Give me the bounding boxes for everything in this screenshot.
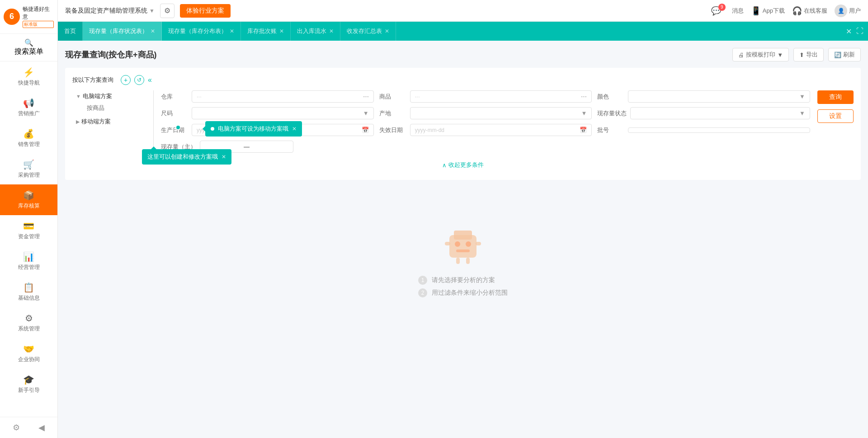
filter-body: ▼ 电脑端方案 按商品 ▶ 移动端方案 bbox=[72, 90, 854, 157]
industry-plan-button[interactable]: 体验行业方案 bbox=[180, 4, 231, 18]
basic-label: 基础信息 bbox=[18, 294, 40, 302]
product-label: 商品 bbox=[379, 93, 406, 101]
svg-point-2 bbox=[455, 241, 460, 247]
tab-inventory-dist-close[interactable]: ✕ bbox=[230, 28, 234, 34]
empty-state-icon bbox=[440, 221, 486, 267]
settings-button[interactable]: ⚙ bbox=[160, 4, 175, 18]
refresh-icon: 🔄 bbox=[834, 52, 841, 58]
search-menu[interactable]: 🔍 搜索菜单 bbox=[0, 34, 57, 61]
tab-collect-summary[interactable]: 收发存汇总表 ✕ bbox=[340, 22, 396, 41]
filter-row-2: 尺码 ▼ 产地 ▼ 现存量状态 bbox=[161, 107, 810, 119]
filter-header: 按以下方案查询 + ↺ « bbox=[72, 75, 854, 85]
svg-rect-6 bbox=[476, 242, 481, 245]
scheme-tree: ▼ 电脑端方案 按商品 ▶ 移动端方案 bbox=[72, 90, 154, 157]
online-service-label: 在线客服 bbox=[804, 7, 827, 15]
sidebar-item-operations[interactable]: 📊 经营管理 bbox=[0, 246, 57, 277]
refresh-button[interactable]: 🔄 刷新 bbox=[828, 48, 861, 61]
filter-batch-no: 批号 bbox=[597, 124, 810, 136]
cooperation-label: 企业协同 bbox=[18, 356, 40, 363]
system-title: 装备及固定资产辅助管理系统 bbox=[65, 7, 147, 15]
tooltip-pc-close[interactable]: ✕ bbox=[292, 126, 297, 132]
tab-inventory-status-close[interactable]: ✕ bbox=[151, 28, 155, 34]
expiry-date-input[interactable]: yyyy-mm-dd 📅 bbox=[410, 124, 592, 136]
sidebar-item-marketing[interactable]: 📢 营销推广 bbox=[0, 92, 57, 123]
sidebar-item-sales[interactable]: 💰 销售管理 bbox=[0, 123, 57, 154]
scheme-mobile[interactable]: ▶ 移动端方案 bbox=[72, 116, 148, 127]
sidebar-logo: 6 畅捷通好生意 标准版 bbox=[0, 0, 57, 34]
filter-size: 尺码 ▼ bbox=[161, 107, 374, 119]
product-select[interactable]: ··· ⋯ bbox=[410, 90, 592, 103]
sidebar-item-basic[interactable]: 📋 基础信息 bbox=[0, 277, 57, 307]
close-all-tabs-icon[interactable]: ✕ bbox=[846, 27, 852, 36]
origin-select[interactable]: ▼ bbox=[410, 107, 592, 119]
product-placeholder: ··· bbox=[415, 93, 420, 100]
arrow-left-button[interactable]: « bbox=[148, 76, 152, 84]
add-scheme-button[interactable]: + bbox=[121, 75, 131, 85]
scheme-pc-product[interactable]: 按商品 bbox=[72, 102, 148, 114]
user-label: 用户 bbox=[849, 7, 861, 15]
tab-collect-summary-close[interactable]: ✕ bbox=[385, 28, 389, 34]
svg-rect-5 bbox=[445, 242, 450, 245]
guide-label: 新手引导 bbox=[18, 386, 40, 394]
logo-icon: 6 bbox=[4, 9, 20, 25]
tooltip-edit-close[interactable]: ✕ bbox=[222, 154, 226, 160]
collapse-up-icon: ∧ bbox=[442, 162, 447, 169]
system-title-select[interactable]: 装备及固定资产辅助管理系统 ▼ bbox=[65, 7, 155, 15]
inventory-main-max[interactable] bbox=[252, 143, 288, 150]
quick-nav-label: 快捷导航 bbox=[18, 79, 40, 87]
message-label: 消息 bbox=[732, 7, 744, 15]
finance-label: 资金管理 bbox=[18, 233, 40, 240]
sidebar-item-system[interactable]: ⚙ 系统管理 bbox=[0, 307, 57, 338]
batch-no-label: 批号 bbox=[597, 126, 624, 134]
message-badge: 9 bbox=[718, 4, 726, 11]
warehouse-select[interactable]: ··· ⋯ bbox=[192, 90, 374, 103]
search-button[interactable]: 查询 bbox=[817, 90, 854, 104]
expiry-date-label: 失效日期 bbox=[379, 126, 406, 134]
reset-button[interactable]: 设置 bbox=[817, 109, 854, 123]
export-button[interactable]: ⬆ 导出 bbox=[793, 48, 824, 61]
sidebar-item-guide[interactable]: 🎓 新手引导 bbox=[0, 369, 57, 400]
settings-bottom-icon[interactable]: ⚙ bbox=[13, 423, 20, 433]
tab-inventory-status[interactable]: 现存量（库存状况表） ✕ bbox=[83, 22, 162, 41]
tooltip-pc-scheme: 电脑方案可设为移动方案哦 ✕ bbox=[205, 121, 302, 137]
connector-dot bbox=[175, 125, 181, 130]
scheme-pc[interactable]: ▼ 电脑端方案 bbox=[72, 90, 148, 102]
app-download-icon: 📱 bbox=[751, 6, 761, 16]
tab-in-out-flow[interactable]: 出入库流水 ✕ bbox=[291, 22, 340, 41]
print-button[interactable]: 🖨 按模板打印 ▼ bbox=[732, 48, 789, 61]
tab-collect-summary-label: 收发存汇总表 bbox=[347, 27, 382, 35]
sidebar-item-purchase[interactable]: 🛒 采购管理 bbox=[0, 154, 57, 184]
tab-home[interactable]: 首页 bbox=[58, 22, 83, 41]
refresh-scheme-button[interactable]: ↺ bbox=[134, 75, 144, 85]
print-dropdown-icon: ▼ bbox=[777, 52, 783, 58]
tab-in-out-flow-close[interactable]: ✕ bbox=[329, 28, 334, 34]
fullscreen-icon[interactable]: ⛶ bbox=[856, 27, 863, 35]
user-menu[interactable]: 👤 用户 bbox=[835, 5, 861, 17]
sidebar-nav: ⚡ 快捷导航 📢 营销推广 💰 销售管理 🛒 采购管理 📦 库存核算 💳 资金管… bbox=[0, 61, 57, 417]
refresh-label: 刷新 bbox=[843, 51, 855, 59]
production-date-label: 生产日期 bbox=[161, 126, 188, 134]
app-download-button[interactable]: 📱 App下载 bbox=[751, 6, 785, 16]
collapse-sidebar-icon[interactable]: ◀ bbox=[38, 423, 45, 433]
online-service-button[interactable]: 🎧 在线客服 bbox=[792, 6, 827, 16]
inventory-status-select[interactable]: ▼ bbox=[630, 107, 810, 119]
message-button[interactable]: 💬 9 消息 bbox=[711, 6, 744, 16]
sidebar-item-finance[interactable]: 💳 资金管理 bbox=[0, 215, 57, 246]
size-select[interactable]: ▼ bbox=[192, 107, 374, 119]
svg-rect-8 bbox=[466, 258, 470, 264]
tab-batch-ledger[interactable]: 库存批次账 ✕ bbox=[241, 22, 291, 41]
marketing-icon: 📢 bbox=[23, 98, 34, 108]
sidebar-item-inventory[interactable]: 📦 库存核算 bbox=[0, 184, 57, 215]
tab-inventory-dist[interactable]: 现存量（库存分布表） ✕ bbox=[162, 22, 241, 41]
pc-product-label: 按商品 bbox=[87, 104, 104, 112]
step-2-num: 2 bbox=[418, 288, 427, 297]
tab-batch-ledger-close[interactable]: ✕ bbox=[279, 28, 284, 34]
batch-no-input[interactable] bbox=[628, 127, 810, 133]
sidebar-item-cooperation[interactable]: 🤝 企业协同 bbox=[0, 338, 57, 369]
sidebar-item-quick-nav[interactable]: ⚡ 快捷导航 bbox=[0, 61, 57, 92]
basic-icon: 📋 bbox=[23, 282, 34, 293]
color-select[interactable]: ▼ bbox=[628, 90, 810, 103]
mobile-expand-arrow: ▶ bbox=[76, 119, 80, 125]
warehouse-label: 仓库 bbox=[161, 93, 188, 101]
tabs-bar: 首页 现存量（库存状况表） ✕ 现存量（库存分布表） ✕ 库存批次账 ✕ 出入库… bbox=[58, 22, 868, 41]
